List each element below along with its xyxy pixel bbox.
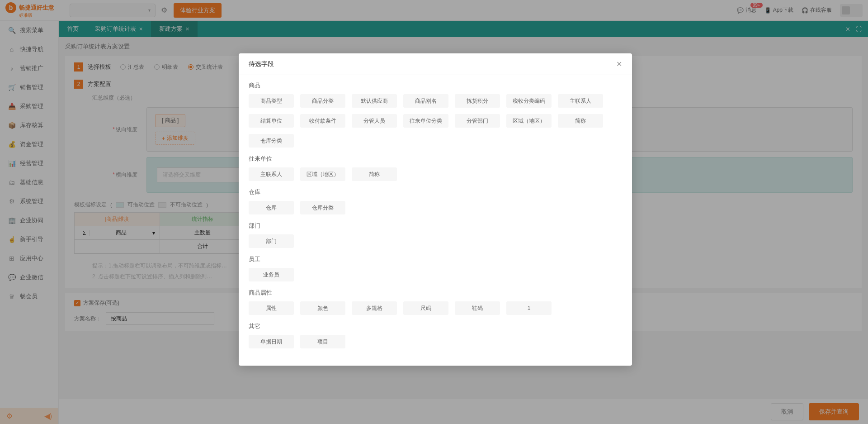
field-group-title: 往来单位 (249, 155, 622, 163)
modal-title: 待选字段 (249, 60, 274, 68)
field-picker-modal: 待选字段 ✕ 商品商品类型商品分类默认供应商商品别名拣货积分税收分类编码主联系人… (239, 53, 632, 366)
field-tag[interactable]: 主联系人 (249, 167, 294, 181)
field-tag[interactable]: 税收分类编码 (506, 94, 552, 108)
field-tag[interactable]: 颜色 (300, 301, 345, 315)
field-group-title: 商品属性 (249, 289, 622, 297)
field-tag[interactable]: 鞋码 (455, 301, 500, 315)
field-tag[interactable]: 往来单位分类 (403, 114, 448, 128)
field-group-3: 部门部门 (249, 222, 622, 248)
field-group-4: 员工业务员 (249, 255, 622, 281)
field-tag[interactable]: 商品别名 (403, 94, 448, 108)
field-group-1: 往来单位主联系人区域（地区）简称 (249, 155, 622, 181)
field-tag[interactable]: 仓库分类 (249, 134, 294, 148)
field-tag[interactable]: 简称 (352, 167, 397, 181)
field-group-title: 其它 (249, 322, 622, 330)
field-group-title: 商品 (249, 81, 622, 90)
field-tag[interactable]: 区域（地区） (300, 167, 345, 181)
field-group-5: 商品属性属性颜色多规格尺码鞋码1 (249, 289, 622, 315)
field-group-2: 仓库仓库仓库分类 (249, 188, 622, 214)
field-tag[interactable]: 仓库分类 (300, 201, 345, 214)
field-group-0: 商品商品类型商品分类默认供应商商品别名拣货积分税收分类编码主联系人结算单位收付款… (249, 81, 622, 148)
field-tag[interactable]: 项目 (300, 335, 345, 348)
field-tag[interactable]: 简称 (558, 114, 603, 128)
field-tag[interactable]: 默认供应商 (352, 94, 397, 108)
field-tag[interactable]: 多规格 (352, 301, 397, 315)
field-group-title: 仓库 (249, 188, 622, 196)
field-tag[interactable]: 区域（地区） (506, 114, 552, 128)
field-tag[interactable]: 商品分类 (300, 94, 345, 108)
field-tag[interactable]: 分管部门 (455, 114, 500, 128)
field-group-title: 部门 (249, 222, 622, 230)
field-tag[interactable]: 部门 (249, 234, 294, 248)
field-tag[interactable]: 1 (506, 301, 552, 315)
field-group-6: 其它单据日期项目 (249, 322, 622, 348)
field-tag[interactable]: 属性 (249, 301, 294, 315)
field-group-title: 员工 (249, 255, 622, 263)
field-tag[interactable]: 主联系人 (558, 94, 603, 108)
field-tag[interactable]: 尺码 (403, 301, 448, 315)
field-tag[interactable]: 业务员 (249, 268, 294, 281)
field-tag[interactable]: 仓库 (249, 201, 294, 214)
field-tag[interactable]: 分管人员 (352, 114, 397, 128)
field-tag[interactable]: 商品类型 (249, 94, 294, 108)
field-tag[interactable]: 结算单位 (249, 114, 294, 128)
field-tag[interactable]: 拣货积分 (455, 94, 500, 108)
field-tag[interactable]: 收付款条件 (300, 114, 345, 128)
field-tag[interactable]: 单据日期 (249, 335, 294, 348)
close-icon[interactable]: ✕ (616, 60, 622, 68)
